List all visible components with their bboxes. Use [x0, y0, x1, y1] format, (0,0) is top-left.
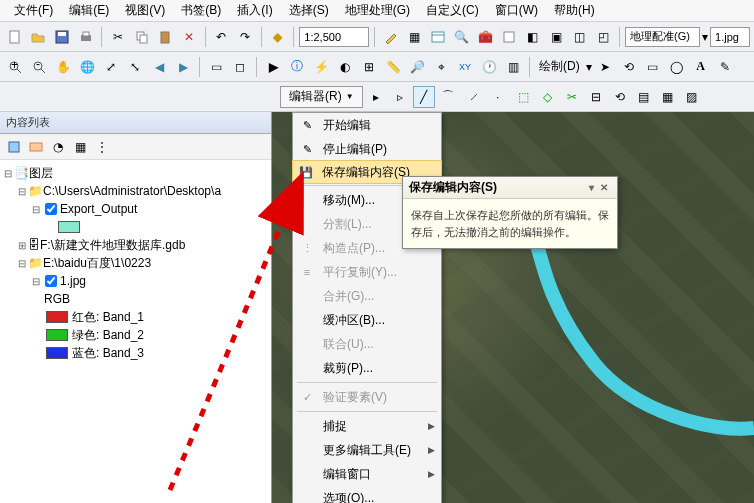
html-popup-icon[interactable]: ⊞: [358, 56, 380, 78]
split-tool-icon[interactable]: ⊟: [585, 86, 607, 108]
menu-file[interactable]: 文件(F): [8, 0, 59, 21]
menu-snapping[interactable]: 捕捉▶: [293, 414, 441, 438]
menu-insert[interactable]: 插入(I): [231, 0, 278, 21]
redo-icon[interactable]: ↷: [234, 26, 256, 48]
fixed-zoomout-icon[interactable]: ⤡: [124, 56, 146, 78]
toc-options-icon[interactable]: ⋮: [92, 137, 112, 157]
list-by-source-icon[interactable]: [26, 137, 46, 157]
edit-vertices-icon[interactable]: ✎: [714, 56, 736, 78]
tool-misc3-icon[interactable]: ◰: [592, 26, 614, 48]
paste-icon[interactable]: [154, 26, 176, 48]
open-icon[interactable]: [28, 26, 50, 48]
ellipse-draw-icon[interactable]: ◯: [666, 56, 688, 78]
layer-checkbox[interactable]: [45, 275, 57, 287]
rotate-icon[interactable]: ⟲: [618, 56, 640, 78]
menu-view[interactable]: 视图(V): [119, 0, 171, 21]
editor-toolbar-icon[interactable]: [380, 26, 402, 48]
menu-customize[interactable]: 自定义(C): [420, 0, 485, 21]
sketch-props-icon[interactable]: ▦: [657, 86, 679, 108]
reshape-icon[interactable]: ◇: [537, 86, 559, 108]
menu-buffer[interactable]: 缓冲区(B)...: [293, 308, 441, 332]
create-features-icon[interactable]: ▨: [681, 86, 703, 108]
tool-a-icon[interactable]: ◐: [334, 56, 356, 78]
save-icon[interactable]: [51, 26, 73, 48]
zoom-out-icon[interactable]: -: [28, 56, 50, 78]
tree-layer-jpg[interactable]: ⊟1.jpg: [2, 272, 269, 290]
model-builder-icon[interactable]: ◧: [522, 26, 544, 48]
find-icon[interactable]: 🔎: [406, 56, 428, 78]
editor-dropdown-button[interactable]: 编辑器(R)▼: [280, 86, 363, 108]
time-slider-icon[interactable]: 🕐: [478, 56, 500, 78]
python-icon[interactable]: [498, 26, 520, 48]
fixed-zoomin-icon[interactable]: ⤢: [100, 56, 122, 78]
menu-more-tools[interactable]: 更多编辑工具(E)▶: [293, 438, 441, 462]
edit-tool-icon[interactable]: ▸: [365, 86, 387, 108]
list-by-drawing-icon[interactable]: [4, 137, 24, 157]
full-extent-icon[interactable]: 🌐: [76, 56, 98, 78]
list-by-selection-icon[interactable]: ▦: [70, 137, 90, 157]
menu-window[interactable]: 窗口(W): [489, 0, 544, 21]
tree-folder-baidu[interactable]: ⊟📁 E:\baidu百度\1\0223: [2, 254, 269, 272]
tree-root[interactable]: ⊟📑 图层: [2, 164, 269, 182]
arc-toolbox-icon[interactable]: 🧰: [475, 26, 497, 48]
add-data-icon[interactable]: ◆: [267, 26, 289, 48]
point-icon[interactable]: ·: [487, 86, 509, 108]
tool-misc-icon[interactable]: ▣: [545, 26, 567, 48]
print-icon[interactable]: [75, 26, 97, 48]
clear-selection-icon[interactable]: ◻: [229, 56, 251, 78]
straight-segment-icon[interactable]: ╱: [413, 86, 435, 108]
menu-geoprocessing[interactable]: 地理处理(G): [339, 0, 416, 21]
close-icon[interactable]: ✕: [597, 182, 611, 193]
delete-icon[interactable]: ✕: [178, 26, 200, 48]
text-icon[interactable]: A: [690, 56, 712, 78]
attributes-icon[interactable]: ▤: [633, 86, 655, 108]
trace-icon[interactable]: ⟋: [463, 86, 485, 108]
list-by-visibility-icon[interactable]: ◔: [48, 137, 68, 157]
scale-input[interactable]: [299, 27, 369, 47]
zoom-in-icon[interactable]: +: [4, 56, 26, 78]
menu-edit[interactable]: 编辑(E): [63, 0, 115, 21]
menu-clip[interactable]: 裁剪(P)...: [293, 356, 441, 380]
draw-label[interactable]: 绘制(D): [535, 58, 584, 75]
identify-icon[interactable]: ⓘ: [286, 56, 308, 78]
cut-icon[interactable]: ✂: [107, 26, 129, 48]
hyperlink-icon[interactable]: ⚡: [310, 56, 332, 78]
rotate-tool-icon[interactable]: ⟲: [609, 86, 631, 108]
layer-checkbox[interactable]: [45, 203, 57, 215]
search-icon[interactable]: 🔍: [451, 26, 473, 48]
menu-stop-editing[interactable]: ✎停止编辑(P): [293, 137, 441, 161]
arc-segment-icon[interactable]: ⌒: [437, 86, 459, 108]
edit-annotation-icon[interactable]: ▹: [389, 86, 411, 108]
georeferencing-label[interactable]: [625, 27, 700, 47]
menu-select[interactable]: 选择(S): [283, 0, 335, 21]
measure-icon[interactable]: 📏: [382, 56, 404, 78]
tree-layer-export[interactable]: ⊟Export_Output: [2, 200, 269, 218]
rect-draw-icon[interactable]: ▭: [642, 56, 664, 78]
catalog-icon[interactable]: [427, 26, 449, 48]
cut-polygon-icon[interactable]: ✂: [561, 86, 583, 108]
tree-folder-desktop[interactable]: ⊟📁 C:\Users\Administrator\Desktop\a: [2, 182, 269, 200]
copy-icon[interactable]: [131, 26, 153, 48]
tool-icon[interactable]: ▦: [404, 26, 426, 48]
layer-combo[interactable]: [710, 27, 750, 47]
tool-misc2-icon[interactable]: ◫: [569, 26, 591, 48]
tool-b-icon[interactable]: ▥: [502, 56, 524, 78]
menu-start-editing[interactable]: ✎开始编辑: [293, 113, 441, 137]
pin-icon[interactable]: ▾: [586, 182, 597, 193]
undo-icon[interactable]: ↶: [211, 26, 233, 48]
pointer-icon[interactable]: ▶: [262, 56, 284, 78]
new-icon[interactable]: [4, 26, 26, 48]
goto-xy-icon[interactable]: XY: [454, 56, 476, 78]
pan-icon[interactable]: ✋: [52, 56, 74, 78]
menu-bookmark[interactable]: 书签(B): [175, 0, 227, 21]
menu-edit-windows[interactable]: 编辑窗口▶: [293, 462, 441, 486]
forward-icon[interactable]: ▶: [172, 56, 194, 78]
find-route-icon[interactable]: ⌖: [430, 56, 452, 78]
menu-options[interactable]: 选项(O)...: [293, 486, 441, 503]
select-features-icon[interactable]: ▭: [205, 56, 227, 78]
tree-folder-gdb[interactable]: ⊞🗄 F:\新建文件地理数据库.gdb: [2, 236, 269, 254]
select-element-icon[interactable]: ➤: [594, 56, 616, 78]
back-icon[interactable]: ◀: [148, 56, 170, 78]
menu-help[interactable]: 帮助(H): [548, 0, 601, 21]
edit-vertices2-icon[interactable]: ⬚: [513, 86, 535, 108]
